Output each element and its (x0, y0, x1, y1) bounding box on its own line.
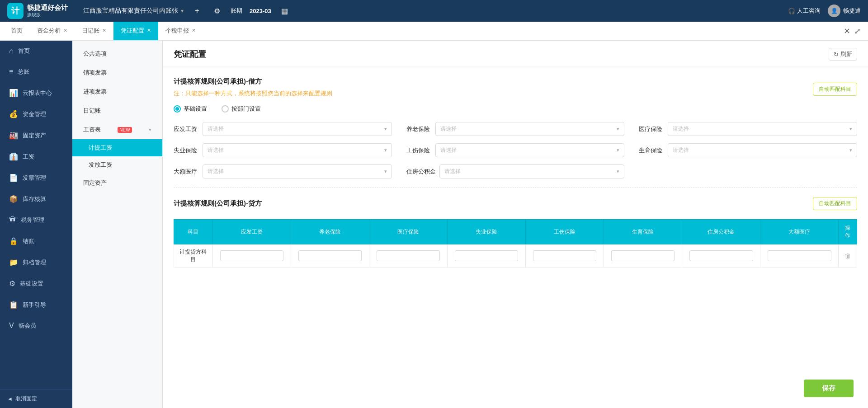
cell-daeyiliao[interactable] (760, 244, 839, 267)
sidebar-item-capital[interactable]: 💰 资金管理 (0, 103, 72, 125)
add-icon[interactable]: + (191, 5, 203, 17)
sidebar-closing-label: 结账 (23, 237, 34, 245)
credit-section: 计提核算规则(公司承担)-贷方 自动匹配科目 科目 应发工资 养老保险 医疗保险… (163, 197, 868, 278)
refresh-button[interactable]: ↻ 刷新 (829, 48, 857, 61)
field-select-shiye-placeholder: 请选择 (208, 146, 224, 154)
left-nav-payroll-accrual[interactable]: 计提工资 (72, 139, 162, 156)
cell-shengyu[interactable] (604, 244, 682, 267)
credit-table: 科目 应发工资 养老保险 医疗保险 失业保险 工伤保险 生育保险 住房公积金 大… (174, 219, 857, 267)
credit-auto-match-button[interactable]: 自动匹配科目 (813, 197, 857, 210)
new-badge: NEW (118, 127, 132, 133)
delete-row-icon[interactable]: 🗑 (844, 252, 851, 259)
input-yanglao[interactable] (298, 250, 362, 261)
avatar: 👤 (828, 5, 840, 17)
input-yiliao[interactable] (377, 250, 440, 261)
tab-bar: 首页 资金分析 ✕ 日记账 ✕ 凭证配置 ✕ 个税申报 ✕ ✕ ⤢ (0, 22, 868, 41)
expand-icon[interactable]: ⤢ (854, 26, 861, 36)
left-nav-fixed-assets-config[interactable]: 固定资产 (72, 174, 162, 192)
input-shengyu[interactable] (611, 250, 675, 261)
chevron-shiye-icon: ▾ (384, 147, 387, 153)
table-row: 计提贷方科目 🗑 (174, 244, 857, 267)
field-empty-slot (639, 164, 857, 178)
tab-tax-filing[interactable]: 个税申报 ✕ (158, 22, 203, 40)
cell-yanglao[interactable] (291, 244, 369, 267)
cell-zhufang[interactable] (682, 244, 760, 267)
cell-shiye[interactable] (448, 244, 526, 267)
cell-yingfa[interactable] (212, 244, 291, 267)
tab-voucher-config[interactable]: 凭证配置 ✕ (113, 22, 158, 40)
left-nav-fixed-assets-config-label: 固定资产 (83, 179, 107, 186)
chevron-yingfa-icon: ▾ (384, 126, 387, 132)
save-button[interactable]: 保存 (804, 380, 854, 397)
close-capital-analysis-icon[interactable]: ✕ (63, 28, 67, 33)
tab-voucher-config-label: 凭证配置 (121, 27, 144, 35)
cell-yiliao[interactable] (369, 244, 447, 267)
input-shiye[interactable] (455, 250, 518, 261)
service-button[interactable]: 🎧 人工咨询 (788, 7, 821, 15)
sidebar-home-label: 首页 (18, 47, 30, 55)
cell-gongshang[interactable] (526, 244, 604, 267)
settings-icon[interactable]: ⚙ (211, 5, 223, 17)
col-yingfa: 应发工资 (212, 220, 291, 244)
field-select-zhufang[interactable]: 请选择 ▾ (439, 164, 625, 178)
cell-row-subject: 计提贷方科目 (174, 244, 213, 267)
field-select-yiliao[interactable]: 请选择 ▾ (668, 122, 857, 136)
radio-department-settings[interactable]: 按部门设置 (222, 105, 261, 113)
sidebar-capital-label: 资金管理 (23, 110, 46, 118)
radio-basic-settings-label: 基础设置 (184, 105, 207, 113)
debit-auto-match-button[interactable]: 自动匹配科目 (813, 83, 857, 96)
sidebar-item-basic-settings[interactable]: ⚙ 基础设置 (0, 273, 72, 294)
tab-home[interactable]: 首页 (4, 22, 30, 40)
left-nav-payroll-payment[interactable]: 发放工资 (72, 156, 162, 174)
sidebar-item-home[interactable]: ⌂ 首页 (0, 41, 72, 61)
field-select-daeyiliao[interactable]: 请选择 ▾ (203, 164, 392, 178)
user-area[interactable]: 👤 畅捷通 (828, 5, 861, 17)
debit-section: 计提核算规则(公司承担)-借方 注：只能选择一种方式，系统将按照您当前的选择来配… (163, 66, 868, 188)
field-select-shiye[interactable]: 请选择 ▾ (203, 143, 392, 157)
left-nav-purchase-invoice[interactable]: 进项发票 (72, 82, 162, 101)
cancel-fixed-button[interactable]: ◄ 取消固定 (0, 389, 72, 408)
field-select-yanglao[interactable]: 请选择 ▾ (435, 122, 625, 136)
tab-journal[interactable]: 日记账 ✕ (75, 22, 113, 40)
cell-action[interactable]: 🗑 (839, 244, 857, 267)
field-select-shengyu[interactable]: 请选择 ▾ (668, 143, 857, 157)
input-gongshang[interactable] (533, 250, 596, 261)
left-nav-sales-invoice-label: 销项发票 (83, 69, 107, 76)
left-nav-journal[interactable]: 日记账 (72, 101, 162, 120)
sidebar-item-inventory[interactable]: 📦 库存核算 (0, 188, 72, 210)
member-icon: V (9, 322, 14, 330)
credit-section-title: 计提核算规则(公司承担)-贷方 (174, 199, 262, 208)
field-select-yingfa[interactable]: 请选择 ▾ (203, 122, 392, 136)
field-select-gongshang[interactable]: 请选择 ▾ (435, 143, 625, 157)
calendar-icon[interactable]: ▦ (278, 5, 291, 17)
radio-basic-settings[interactable]: 基础设置 (174, 105, 207, 113)
field-select-yiliao-placeholder: 请选择 (673, 125, 689, 133)
tab-capital-analysis[interactable]: 资金分析 ✕ (30, 22, 75, 40)
sidebar-item-closing[interactable]: 🔒 结账 (0, 230, 72, 252)
close-journal-icon[interactable]: ✕ (102, 28, 106, 33)
left-nav-sales-invoice[interactable]: 销项发票 (72, 63, 162, 82)
tab-actions: ✕ ⤢ (844, 22, 864, 40)
sidebar-item-ledger[interactable]: ≡ 总账 (0, 61, 72, 82)
sidebar-item-member[interactable]: V 畅会员 (0, 315, 72, 336)
sidebar-item-salary[interactable]: 👔 工资 (0, 146, 72, 167)
field-label-daeyiliao: 大额医疗 (174, 168, 199, 176)
sidebar-item-fixed-assets[interactable]: 🏭 固定资产 (0, 125, 72, 146)
col-shengyu: 生育保险 (604, 220, 682, 244)
input-daeyiliao[interactable] (768, 250, 831, 261)
sidebar-item-invoices[interactable]: 📄 发票管理 (0, 167, 72, 188)
close-voucher-config-icon[interactable]: ✕ (147, 28, 151, 33)
input-zhufang[interactable] (689, 250, 753, 261)
sidebar-item-guide[interactable]: 📋 新手引导 (0, 294, 72, 315)
company-selector[interactable]: 江西服宝精品有限责任公司内账张 ▾ (83, 7, 184, 15)
input-yingfa[interactable] (220, 250, 283, 261)
sidebar-item-tax[interactable]: 🏛 税务管理 (0, 210, 72, 230)
close-all-tab-icon[interactable]: ✕ (844, 26, 850, 36)
left-nav-payroll-table[interactable]: 工资表 NEW ▾ (72, 120, 162, 139)
close-tax-filing-icon[interactable]: ✕ (192, 28, 196, 33)
sidebar-item-reports[interactable]: 📊 云报表中心 (0, 82, 72, 103)
sidebar-item-archive[interactable]: 📁 归档管理 (0, 252, 72, 273)
field-select-daeyiliao-placeholder: 请选择 (208, 168, 224, 175)
period-label: 账期 (231, 7, 242, 15)
left-nav-public-options[interactable]: 公共选项 (72, 44, 162, 63)
